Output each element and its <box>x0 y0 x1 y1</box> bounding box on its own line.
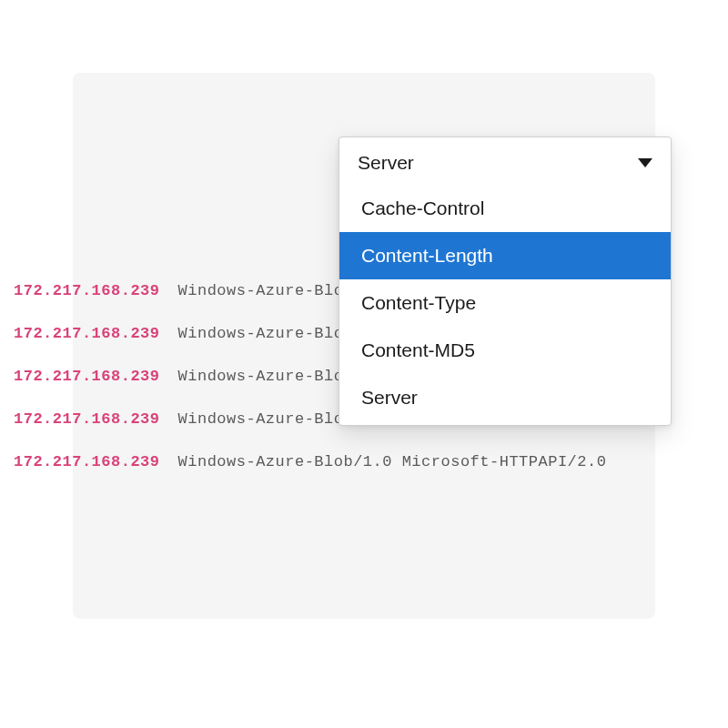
header-field-dropdown[interactable]: Server Cache-Control Content-Length Cont… <box>339 136 672 426</box>
dropdown-option-cache-control[interactable]: Cache-Control <box>339 185 671 232</box>
dropdown-option-content-md5[interactable]: Content-MD5 <box>339 327 671 374</box>
ip-address: 172.217.168.239 <box>14 325 160 342</box>
ip-address: 172.217.168.239 <box>14 453 160 470</box>
ip-address: 172.217.168.239 <box>14 410 160 428</box>
ip-address: 172.217.168.239 <box>14 368 160 385</box>
dropdown-selected-label: Server <box>358 152 414 174</box>
server-header-value: Windows-Azure-Blob/1.0 Microsoft-HTTPAPI… <box>178 453 607 470</box>
dropdown-option-content-type[interactable]: Content-Type <box>339 279 671 327</box>
chevron-down-icon <box>638 158 652 167</box>
ip-address: 172.217.168.239 <box>14 282 160 299</box>
dropdown-selected[interactable]: Server <box>339 137 671 185</box>
table-row: 172.217.168.239 Windows-Azure-Blob/1.0 M… <box>14 453 714 470</box>
dropdown-option-content-length[interactable]: Content-Length <box>339 232 671 279</box>
dropdown-option-server[interactable]: Server <box>339 374 671 425</box>
